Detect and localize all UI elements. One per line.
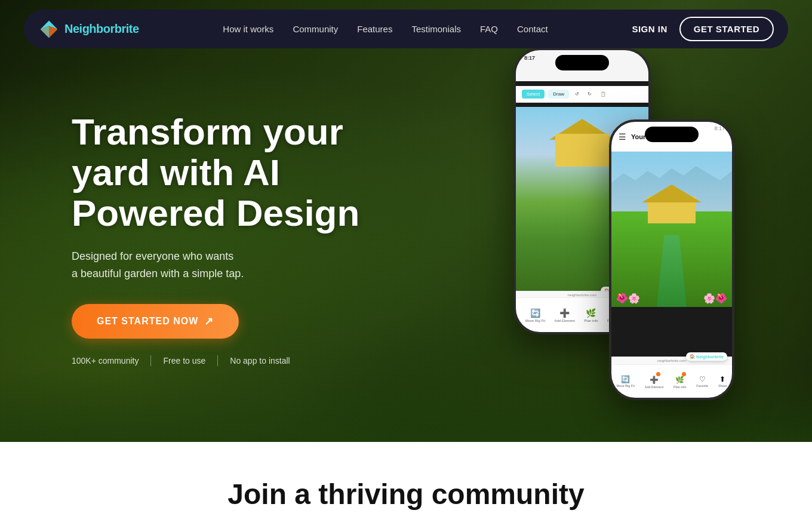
add-icon: ➕ [559, 308, 570, 318]
badge-community: 100K+ community [72, 356, 150, 365]
front-nav-move: 🔄 Move Big Fit [616, 375, 635, 388]
logo-icon [38, 19, 60, 40]
bottom-section: Join a thriving community [0, 442, 812, 513]
front-plan-icon: 🌿 [675, 376, 684, 384]
phone-notch-front [645, 127, 699, 142]
add-badge [656, 372, 660, 376]
bottom-nav-move: 🔄 Move Big Fit [525, 308, 545, 322]
nav-how-it-works[interactable]: How it works [223, 24, 273, 34]
logo-text: Neighborbrite [64, 22, 139, 36]
front-fav-icon: ♡ [699, 375, 706, 383]
front-nav-share: ⬆ Share [718, 375, 727, 388]
gen-house [639, 185, 705, 223]
nav-faq[interactable]: FAQ [480, 24, 498, 34]
hero-section: Transform your yard with AI Powered Desi… [0, 0, 812, 442]
bottom-nav-plan: 🌿 Plan info [584, 308, 598, 322]
front-nav-plan: 🌿 Plan info [673, 374, 686, 389]
phone-notch-back [555, 55, 609, 70]
hero-badges: 100K+ community Free to use No app to in… [72, 355, 359, 366]
plan-badge [682, 372, 686, 376]
nav-actions: SIGN IN GET STARTED [632, 17, 774, 41]
move-icon: 🔄 [530, 308, 540, 318]
bottom-title: Join a thriving community [12, 478, 800, 511]
gen-menu-icon: ☰ [619, 132, 626, 142]
arrow-icon: ↗ [204, 315, 214, 328]
front-move-icon: 🔄 [621, 375, 630, 383]
phone-front-bottom-nav: 🔄 Move Big Fit ➕ Add Element 🌿 [611, 364, 732, 398]
nav-features[interactable]: Features [357, 24, 392, 34]
phone-front-screen: ☰ Your Generated Yard 8:17 [611, 122, 732, 398]
gen-garden-image: 🌺🌸 🌸🌺 [611, 152, 732, 307]
hero-title: Transform your yard with AI Powered Desi… [72, 112, 359, 234]
redo-icon: ↻ [585, 90, 594, 98]
front-share-icon: ⬆ [719, 375, 725, 383]
house-shape-back [546, 119, 618, 167]
hero-content: Transform your yard with AI Powered Desi… [0, 76, 359, 366]
hero-subtitle: Designed for everyone who wants a beauti… [72, 248, 359, 282]
badge-noapp: No app to install [218, 356, 302, 365]
flowers-left: 🌺🌸 [616, 293, 640, 304]
nav-testimonials[interactable]: Testimonials [411, 24, 461, 34]
gen-status: 8:17 [714, 125, 725, 131]
flowers-right: 🌸🌺 [703, 293, 727, 304]
toolbar-select[interactable]: Select [522, 90, 545, 99]
front-add-icon: ➕ [650, 376, 659, 384]
phone-mockups: 8:17 Tag yard Select Draw ↺ ↻ 📋 Tap the … [513, 48, 764, 406]
navbar: Neighborbrite How it works Community Fea… [24, 10, 788, 48]
phone-status-time: 8:17 [524, 55, 535, 61]
bottom-nav-add: ➕ Add Element [555, 308, 575, 322]
toolbar-draw[interactable]: Draw [548, 90, 569, 99]
front-nav-add: ➕ Add Element [645, 374, 664, 389]
nb-logo-front: 🏠 Neighborbrite [686, 352, 727, 361]
hero-cta-button[interactable]: GET STARTED NOW ↗ [72, 304, 239, 339]
undo-icon: ↺ [573, 90, 582, 98]
nav-contact[interactable]: Contact [517, 24, 548, 34]
sign-in-button[interactable]: SIGN IN [632, 24, 667, 34]
svg-marker-2 [41, 26, 49, 38]
phone-front: ☰ Your Generated Yard 8:17 [609, 119, 734, 400]
logo[interactable]: Neighborbrite [38, 19, 139, 40]
get-started-nav-button[interactable]: GET STARTED [679, 17, 774, 41]
front-nav-fav: ♡ Favorite [696, 375, 708, 388]
nav-links: How it works Community Features Testimon… [223, 24, 548, 34]
badge-free: Free to use [151, 356, 217, 365]
nav-community[interactable]: Community [293, 24, 338, 34]
plan-icon: 🌿 [586, 308, 596, 318]
paste-icon: 📋 [598, 90, 608, 98]
phone-toolbar: Select Draw ↺ ↻ 📋 [516, 86, 648, 103]
house-body-back [555, 134, 609, 167]
